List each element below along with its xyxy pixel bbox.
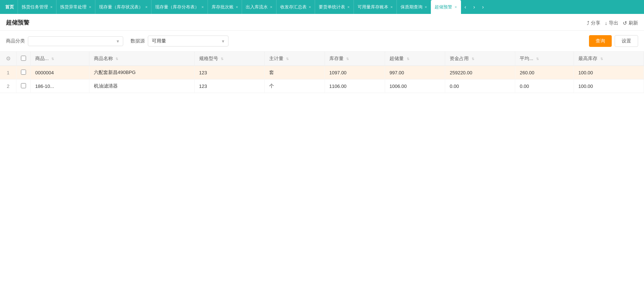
cell-unit: 个 xyxy=(264,79,325,93)
close-icon[interactable]: × xyxy=(309,5,311,9)
export-icon: ↓ xyxy=(605,20,607,26)
cell-product-code: 0000004 xyxy=(31,66,89,79)
sort-icon[interactable]: ⇅ xyxy=(221,57,224,61)
col-header-capital[interactable]: 资金占用 ⇅ xyxy=(445,52,515,66)
cell-spec: 123 xyxy=(194,66,264,79)
cell-stock: 1106.00 xyxy=(325,79,385,93)
close-icon[interactable]: × xyxy=(391,5,393,9)
datasource-select-value: 可用量 xyxy=(152,38,166,44)
col-header-product-name[interactable]: 商品名称 ⇅ xyxy=(89,52,194,66)
col-header-setting[interactable]: ⚙ xyxy=(0,52,17,66)
close-icon[interactable]: × xyxy=(270,5,272,9)
sort-icon[interactable]: ⇅ xyxy=(346,57,349,61)
row-index: 1 xyxy=(0,66,17,79)
top-navigation: 首页 拣货任务管理 × 拣货异常处理 × 现存量（库存状况表） × 现存量（库存… xyxy=(0,0,644,14)
nav-more-button[interactable]: › xyxy=(479,0,487,14)
export-button[interactable]: ↓ 导出 xyxy=(605,20,618,26)
cell-product-name: 机油滤清器 xyxy=(89,79,194,93)
cell-spec: 123 xyxy=(194,79,264,93)
close-icon[interactable]: × xyxy=(201,5,204,9)
cell-product-name: 六配套新昌490BPG xyxy=(89,66,194,79)
nav-prev-button[interactable]: ‹ xyxy=(461,0,470,14)
share-button[interactable]: ⤴ 分享 xyxy=(587,20,600,26)
table-header-row: ⚙ 商品... ⇅ 商品名称 ⇅ 规格型号 ⇅ xyxy=(0,52,644,66)
row-checkbox[interactable] xyxy=(21,83,26,88)
filter-bar: 商品分类 ▾ 数据源 可用量 ▾ 查询 设置 xyxy=(0,31,644,52)
row-checkbox-cell[interactable] xyxy=(17,79,31,93)
col-header-overstock[interactable]: 超储量 ⇅ xyxy=(385,52,445,66)
settings-button[interactable]: 设置 xyxy=(615,35,638,47)
sort-icon[interactable]: ⇅ xyxy=(51,57,54,61)
category-filter-group: 商品分类 ▾ xyxy=(6,36,123,46)
cell-max-stock: 100.00 xyxy=(574,66,644,79)
cell-overstock: 1006.00 xyxy=(385,79,445,93)
sort-icon[interactable]: ⇅ xyxy=(472,57,475,61)
nav-tab-stock-status[interactable]: 现存量（库存状况表） × xyxy=(95,0,151,14)
query-button[interactable]: 查询 xyxy=(589,35,612,47)
header-actions: ⤴ 分享 ↓ 导出 ↺ 刷新 xyxy=(587,20,638,26)
nav-tab-home[interactable]: 首页 xyxy=(1,0,18,14)
category-label: 商品分类 xyxy=(6,38,25,44)
nav-tab-flow[interactable]: 出入库流水 × xyxy=(242,0,276,14)
col-header-checkbox[interactable] xyxy=(17,52,31,66)
category-select[interactable]: ▾ xyxy=(28,36,123,46)
cell-product-code: 186-10... xyxy=(31,79,89,93)
close-icon[interactable]: × xyxy=(236,5,238,9)
nav-tab-overstock-alert[interactable]: 超储预警 × xyxy=(431,0,461,14)
sort-icon[interactable]: ⇅ xyxy=(286,57,289,61)
nav-tab-summary[interactable]: 收发存汇总表 × xyxy=(277,0,315,14)
gear-icon[interactable]: ⚙ xyxy=(4,55,12,62)
close-icon[interactable]: × xyxy=(347,5,350,9)
nav-tab-task-mgmt[interactable]: 拣货任务管理 × xyxy=(18,0,56,14)
datasource-filter-group: 数据源 可用量 ▾ xyxy=(131,36,228,47)
close-icon[interactable]: × xyxy=(454,5,457,9)
cell-max-stock: 100.00 xyxy=(574,79,644,93)
cell-avg: 260.00 xyxy=(515,66,574,79)
chevron-down-icon: ▾ xyxy=(117,38,119,44)
sort-icon[interactable]: ⇅ xyxy=(600,57,603,61)
page-header: 超储预警 ⤴ 分享 ↓ 导出 ↺ 刷新 xyxy=(0,14,644,31)
nav-tab-batch-account[interactable]: 库存批次账 × xyxy=(208,0,242,14)
nav-tab-available-book[interactable]: 可用量库存账本 × xyxy=(354,0,397,14)
close-icon[interactable]: × xyxy=(425,5,427,9)
close-icon[interactable]: × xyxy=(89,5,91,9)
nav-tab-exception[interactable]: 拣货异常处理 × xyxy=(56,0,95,14)
select-all-checkbox[interactable] xyxy=(21,56,26,61)
cell-unit: 套 xyxy=(264,66,325,79)
cell-capital: 0.00 xyxy=(445,79,515,93)
table-row: 2 186-10... 机油滤清器 123 个 1106.00 1006.00 … xyxy=(0,79,644,93)
nav-tab-stock-dist[interactable]: 现存量（库存分布表） × xyxy=(151,0,208,14)
refresh-icon: ↺ xyxy=(623,20,627,26)
col-header-product-code[interactable]: 商品... ⇅ xyxy=(31,52,89,66)
sort-icon[interactable]: ⇅ xyxy=(536,57,539,61)
row-index: 2 xyxy=(0,79,17,93)
row-checkbox-cell[interactable] xyxy=(17,66,31,79)
nav-tab-order-stats[interactable]: 要货单统计表 × xyxy=(315,0,354,14)
table-row: 1 0000004 六配套新昌490BPG 123 套 1097.00 997.… xyxy=(0,66,644,79)
sort-icon[interactable]: ⇅ xyxy=(407,57,410,61)
nav-tab-shelf-life[interactable]: 保质期查询 × xyxy=(397,0,431,14)
cell-stock: 1097.00 xyxy=(325,66,385,79)
col-header-stock[interactable]: 库存量 ⇅ xyxy=(325,52,385,66)
filter-actions: 查询 设置 xyxy=(589,35,638,47)
datasource-label: 数据源 xyxy=(131,38,145,44)
cell-avg: 0.00 xyxy=(515,79,574,93)
row-checkbox[interactable] xyxy=(21,70,26,75)
sort-icon[interactable]: ⇅ xyxy=(116,57,118,61)
col-header-max-stock[interactable]: 最高库存 ⇅ xyxy=(574,52,644,66)
cell-overstock: 997.00 xyxy=(385,66,445,79)
col-header-unit[interactable]: 主计量 ⇅ xyxy=(264,52,325,66)
share-icon: ⤴ xyxy=(587,20,589,26)
datasource-select[interactable]: 可用量 ▾ xyxy=(148,36,228,47)
col-header-spec[interactable]: 规格型号 ⇅ xyxy=(194,52,264,66)
overstock-table: ⚙ 商品... ⇅ 商品名称 ⇅ 规格型号 ⇅ xyxy=(0,52,644,93)
refresh-button[interactable]: ↺ 刷新 xyxy=(623,20,638,26)
page-title: 超储预警 xyxy=(6,19,29,27)
close-icon[interactable]: × xyxy=(50,5,52,9)
chevron-down-icon: ▾ xyxy=(222,38,224,44)
table-container: ⚙ 商品... ⇅ 商品名称 ⇅ 规格型号 ⇅ xyxy=(0,52,644,93)
close-icon[interactable]: × xyxy=(145,5,147,9)
nav-next-button[interactable]: › xyxy=(470,0,479,14)
col-header-avg[interactable]: 平均... ⇅ xyxy=(515,52,574,66)
cell-capital: 259220.00 xyxy=(445,66,515,79)
